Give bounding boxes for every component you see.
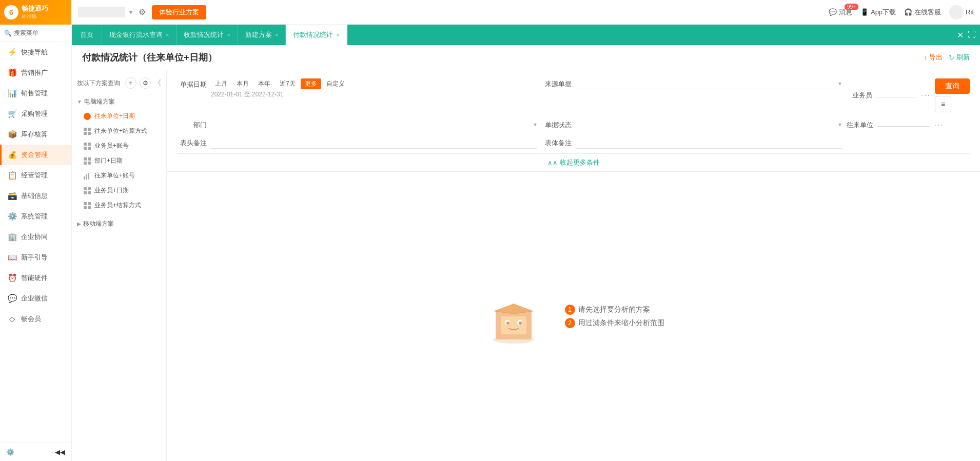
sidebar-item-marketing[interactable]: 🎁 营销推广 [0,63,71,83]
right-area: 单据日期 上月 本月 本年 近7天 更多 自定义 20 [167,70,980,461]
sidebar-item-inventory[interactable]: 📦 库存核算 [0,124,71,145]
sidebar-item-membership[interactable]: ◇ 畅会员 [0,309,71,329]
sidebar-footer: ⚙️ ◀◀ [0,443,71,461]
sidebar-item-finance[interactable]: 💰 资金管理 [0,145,71,165]
notice-badge: 99+ [845,4,858,10]
scheme-item-2[interactable]: 业务员+账号 [72,138,166,153]
headernote-field[interactable] [211,139,537,147]
scheme-settings-btn[interactable]: ⚙ [140,77,151,89]
sidebar-collapse-icon[interactable]: ◀◀ [55,448,65,456]
date-btn-thisyear[interactable]: 本年 [254,78,275,89]
sidebar-item-enterprise[interactable]: 🏢 企业协同 [0,227,71,247]
date-btn-more[interactable]: 更多 [301,78,321,89]
membership-icon: ◇ [8,314,17,324]
tab-receivables[interactable]: 收款情况统计 × [177,25,238,45]
date-btn-lastmonth[interactable]: 上月 [211,78,231,89]
refresh-btn[interactable]: ↻ 刷新 [949,53,970,62]
sidebar-item-sales[interactable]: 📊 销售管理 [0,83,71,104]
sidebar-settings-icon[interactable]: ⚙️ [6,448,14,456]
sidebar-item-smarthw[interactable]: ⏰ 智能硬件 [0,268,71,288]
logo-text: 畅捷通巧 标准版 [22,5,48,20]
svg-rect-21 [88,202,91,205]
svg-rect-13 [84,176,85,179]
add-scheme-btn[interactable]: + [125,77,136,89]
sidebar-item-basicinfo[interactable]: 🗃️ 基础信息 [0,186,71,206]
scheme-item-5[interactable]: 业务员+日期 [72,183,166,198]
sidebar-item-operations[interactable]: 📋 经营管理 [0,165,71,186]
sidebar-item-guide[interactable]: 📖 新手引导 [0,247,71,268]
counterpart-select[interactable] [877,123,930,127]
dept-select-arrow: ▾ [534,121,537,128]
online-service-btn[interactable]: 🎧 在线客服 [904,8,941,17]
export-btn[interactable]: ↑ 导出 [924,53,943,62]
tab-payment-close[interactable]: × [336,32,339,38]
panel-toolbar-actions: + ⚙ 《 [125,77,161,89]
user-avatar-area[interactable]: Rit [949,5,974,19]
scheme-item-4[interactable]: 往来单位+账号 [72,168,166,183]
filter-settings-btn[interactable]: ≡ [935,96,951,112]
svg-rect-23 [88,206,91,209]
tab-home[interactable]: 首页 [72,25,102,45]
trial-btn[interactable]: 体验行业方案 [152,5,206,19]
purchase-icon: 🛒 [8,109,17,118]
scheme-item-6[interactable]: 业务员+结算方式 [72,198,166,213]
collapse-btn[interactable]: ∧∧ 收起更多条件 [177,153,970,171]
scheme-item-3[interactable]: 部门+日期 [72,153,166,168]
panel-collapse-btn[interactable]: 《 [154,78,161,88]
topbar-gear-icon[interactable]: ⚙ [139,7,146,17]
topbar: ▾ ⚙ 体验行业方案 💬 消息 99+ 📱 App下载 🎧 在线客服 Rit [72,0,980,25]
scheme-item-0[interactable]: 往来单位+日期 [72,109,166,124]
tab-payment[interactable]: 付款情况统计 × [286,25,347,45]
page-header: 付款情况统计（往来单位+日期） ↑ 导出 ↻ 刷新 [72,45,980,70]
tab-receivables-close[interactable]: × [227,32,230,38]
empty-state: 1 请先选择要分析的方案 2 用过滤条件来缩小分析范围 [167,171,980,461]
filter-date-cell: 单据日期 上月 本月 本年 近7天 更多 自定义 20 [177,78,542,99]
date-btn-thismonth[interactable]: 本月 [232,78,253,89]
tab-close-all-icon[interactable]: ✕ [957,30,964,40]
notice-btn[interactable]: 💬 消息 99+ [829,8,852,17]
tab-fullscreen-icon[interactable]: ⛶ [968,30,976,39]
docstatus-select-arrow: ▾ [838,121,841,128]
svg-rect-7 [84,147,87,150]
sidebar-item-purchase[interactable]: 🛒 采购管理 [0,104,71,124]
quicknav-icon: ⚡ [8,48,17,57]
bodynote-input[interactable] [576,137,841,149]
tab-cashflow[interactable]: 现金银行流水查询 × [102,25,177,45]
source-select[interactable]: ▾ [576,78,841,89]
tab-newscheme[interactable]: 新建方案 × [238,25,286,45]
scheme-item-1[interactable]: 往来单位+结算方式 [72,124,166,138]
left-panel: 按以下方案查询 + ⚙ 《 ▼ 电脑端方案 [72,70,167,461]
headernote-input[interactable] [211,137,537,149]
sidebar-header: 6 畅捷通巧 标准版 [0,0,71,25]
svg-rect-1 [84,128,87,131]
bodynote-field[interactable] [576,139,841,147]
tab-receivables-label: 收款情况统计 [184,30,224,39]
salesperson-select[interactable] [876,94,917,97]
headset-icon: 🎧 [904,8,912,16]
scheme-group-header-desktop[interactable]: ▼ 电脑端方案 [72,95,166,109]
marketing-icon: 🎁 [8,68,17,77]
app-download-btn[interactable]: 📱 App下载 [860,8,896,17]
finance-icon: 💰 [8,150,17,159]
query-btn[interactable]: 查询 [935,78,970,94]
date-btn-custom[interactable]: 自定义 [322,78,349,89]
svg-point-0 [84,113,91,120]
search-menu[interactable]: 🔍 搜索菜单 [0,25,71,42]
scheme-group-header-mobile[interactable]: ▶ 移动端方案 [72,217,166,231]
salesperson-more-btn[interactable]: ··· [921,91,931,100]
date-buttons: 上月 本月 本年 近7天 更多 自定义 [211,78,537,89]
tab-newscheme-close[interactable]: × [275,32,278,38]
docstatus-select[interactable]: ▾ [576,119,841,130]
sidebar-item-wechat[interactable]: 💬 企业微信 [0,288,71,309]
svg-rect-17 [88,187,91,190]
sidebar-item-system[interactable]: ⚙️ 系统管理 [0,206,71,227]
filter-source-cell: 来源单据 ▾ [542,78,847,89]
dept-select[interactable]: ▾ [211,119,537,130]
tab-cashflow-close[interactable]: × [166,32,169,38]
headernote-label: 表头备注 [177,138,207,148]
sales-icon: 📊 [8,89,17,98]
counterpart-more-btn[interactable]: ··· [934,121,944,130]
sidebar-item-quicknav[interactable]: ⚡ 快捷导航 [0,42,71,63]
date-btn-7days[interactable]: 近7天 [276,78,300,89]
sidebar-nav: ⚡ 快捷导航 🎁 营销推广 📊 销售管理 🛒 采购管理 📦 库存核算 💰 资金管… [0,42,71,443]
